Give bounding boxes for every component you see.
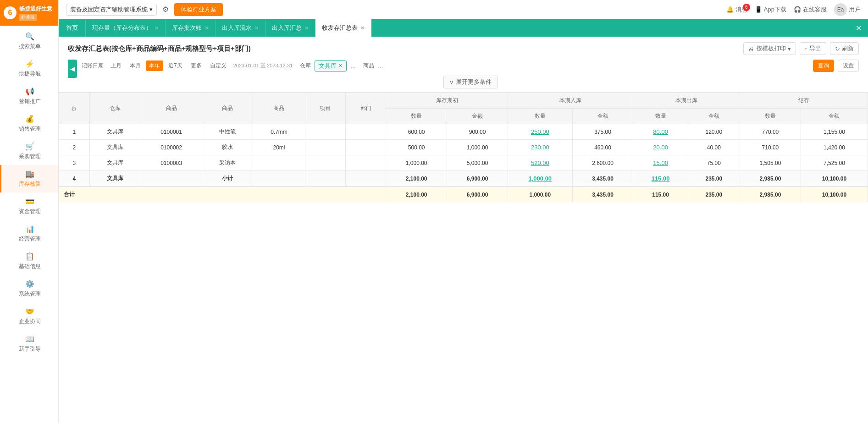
footer-out-qty: 115.00 bbox=[633, 187, 688, 202]
footer-label: 合计 bbox=[59, 187, 386, 202]
sidebar-item-quicknav[interactable]: ⚡ 快捷导航 bbox=[0, 55, 58, 82]
sidebar-item-guide[interactable]: 📖 新手引导 bbox=[0, 330, 58, 357]
export-icon: ↑ bbox=[805, 45, 808, 52]
export-button[interactable]: ↑ 导出 bbox=[800, 42, 827, 55]
row-out-qty[interactable]: 15.00 bbox=[633, 155, 688, 171]
settings-button[interactable]: 设置 bbox=[838, 60, 859, 72]
row-in-amount: 2,600.00 bbox=[572, 155, 633, 171]
row-out-amount: 40.00 bbox=[688, 140, 740, 155]
row-out-amount: 75.00 bbox=[688, 155, 740, 171]
row-closing-qty: 710.00 bbox=[740, 140, 801, 155]
card-icon: 💳 bbox=[25, 197, 34, 206]
page-header: 收发存汇总表(按仓库+商品编码+商品+规格型号+项目+部门) 🖨 按模板打印 ▾… bbox=[59, 37, 868, 93]
sidebar-item-basic[interactable]: 📋 基础信息 bbox=[0, 247, 58, 275]
tab-close-icon[interactable]: ✕ bbox=[360, 25, 365, 31]
logo-icon: 6 bbox=[4, 6, 17, 19]
tab-collect-summary[interactable]: 收发存汇总表 ✕ bbox=[315, 19, 371, 37]
sidebar-item-enterprise[interactable]: 🤝 企业协同 bbox=[0, 302, 58, 330]
tab-flow[interactable]: 出入库流水 ✕ bbox=[216, 19, 265, 37]
cart-icon: 🛒 bbox=[25, 142, 34, 151]
user-profile-button[interactable]: Ea 用户 bbox=[834, 3, 861, 16]
tab-inventory-dist[interactable]: 现存量（库存分布表） ✕ bbox=[86, 19, 166, 37]
date-btn-last-month[interactable]: 上月 bbox=[107, 60, 125, 71]
print-button[interactable]: 🖨 按模板打印 ▾ bbox=[743, 42, 796, 55]
system-select[interactable]: 装备及固定资产辅助管理系统 ▾ bbox=[66, 4, 157, 16]
row-goods-spec: 0.7mm bbox=[253, 124, 305, 140]
tab-summary-out[interactable]: 出入库汇总 ✕ bbox=[265, 19, 315, 37]
row-closing-qty: 770.00 bbox=[740, 124, 801, 140]
sidebar-item-finance[interactable]: 💳 资金管理 bbox=[0, 192, 58, 220]
tab-close-icon[interactable]: ✕ bbox=[205, 25, 209, 31]
close-all-tabs-button[interactable]: ✕ bbox=[849, 19, 868, 37]
date-btn-more[interactable]: 更多 bbox=[188, 60, 205, 71]
row-goods-name: 采访本 bbox=[202, 155, 253, 171]
refresh-button[interactable]: ↻ 刷新 bbox=[830, 42, 859, 55]
col-in-amount: 金额 bbox=[572, 109, 633, 124]
warehouse-label: 仓库 bbox=[300, 62, 311, 70]
sidebar-nav: 🔍 搜索菜单 ⚡ 快捷导航 📢 营销推广 💰 销售管理 🛒 采购管理 🏬 库存核… bbox=[0, 26, 58, 423]
row-opening-amount: 900.00 bbox=[447, 124, 508, 140]
col-goods-spec: 商品 bbox=[253, 93, 305, 124]
megaphone-icon: 📢 bbox=[25, 87, 34, 96]
sidebar-item-sales[interactable]: 💰 销售管理 bbox=[0, 110, 58, 137]
row-department bbox=[345, 155, 386, 171]
phone-icon: 📱 bbox=[755, 6, 762, 13]
row-closing-amount: 1,155.00 bbox=[801, 124, 868, 140]
handshake-icon: 🤝 bbox=[25, 307, 34, 316]
online-service-button[interactable]: 🎧 在线客服 bbox=[794, 5, 827, 14]
query-button[interactable]: 查询 bbox=[813, 60, 834, 72]
date-btn-custom[interactable]: 自定义 bbox=[207, 60, 230, 71]
row-project bbox=[305, 124, 345, 140]
date-btn-this-year[interactable]: 本年 bbox=[146, 60, 163, 71]
tab-home[interactable]: 首页 bbox=[59, 19, 86, 37]
footer-closing-qty: 2,985.00 bbox=[740, 187, 801, 202]
date-btn-7days[interactable]: 近7天 bbox=[165, 60, 186, 71]
sidebar-item-inventory[interactable]: 🏬 库存核算 bbox=[0, 165, 58, 192]
clipboard-icon: 📋 bbox=[25, 252, 34, 261]
col-opening-qty: 数量 bbox=[386, 109, 447, 124]
row-in-qty[interactable]: 1,000.00 bbox=[508, 171, 573, 187]
sidebar-item-purchase[interactable]: 🛒 采购管理 bbox=[0, 137, 58, 165]
date-btn-this-month[interactable]: 本月 bbox=[127, 60, 144, 71]
page-actions: 🖨 按模板打印 ▾ ↑ 导出 ↻ 刷新 bbox=[743, 42, 859, 55]
sidebar-item-system[interactable]: ⚙️ 系统管理 bbox=[0, 275, 58, 302]
data-table: ⚙ 仓库 商品 商品 商品 项目 部门 库存期初 本期入库 本期出库 结存 bbox=[59, 93, 868, 202]
sidebar: 6 畅捷通好生意 标准版 🔍 搜索菜单 ⚡ 快捷导航 📢 营销推广 💰 销售管理… bbox=[0, 0, 59, 423]
tab-close-icon[interactable]: ✕ bbox=[304, 25, 309, 31]
sidebar-item-operations[interactable]: 📊 经营管理 bbox=[0, 220, 58, 247]
tab-close-icon[interactable]: ✕ bbox=[155, 25, 159, 31]
warehouse-more-button[interactable]: ... bbox=[350, 62, 356, 70]
settings-gear-icon[interactable]: ⚙ bbox=[162, 5, 169, 14]
table-row: 4文具库小计2,100.006,900.001,000.003,435.0011… bbox=[59, 171, 868, 187]
row-in-qty[interactable]: 230.00 bbox=[508, 140, 573, 155]
goods-input-button[interactable]: ... bbox=[378, 62, 383, 70]
app-download-button[interactable]: 📱 App下载 bbox=[755, 5, 786, 14]
chart-icon: 📊 bbox=[25, 225, 34, 233]
row-out-qty[interactable]: 20.00 bbox=[633, 140, 688, 155]
row-out-qty[interactable]: 115.00 bbox=[633, 171, 688, 187]
money-icon: 💰 bbox=[25, 115, 34, 123]
col-goods-name: 商品 bbox=[202, 93, 253, 124]
page-title: 收发存汇总表(按仓库+商品编码+商品+规格型号+项目+部门) bbox=[68, 44, 251, 53]
footer-in-qty: 1,000.00 bbox=[508, 187, 573, 202]
row-in-qty[interactable]: 250.00 bbox=[508, 124, 573, 140]
warehouse-filter-group: 仓库 文具库 ✕ ... bbox=[300, 60, 356, 71]
tab-batch[interactable]: 库存批次账 ✕ bbox=[166, 19, 216, 37]
footer-out-amount: 235.00 bbox=[688, 187, 740, 202]
filter-container: ◀ 记账日期 上月 本月 本年 近7天 更多 自定义 bbox=[68, 60, 859, 92]
experience-button[interactable]: 体验行业方案 bbox=[174, 3, 223, 16]
sidebar-item-marketing[interactable]: 📢 营销推广 bbox=[0, 82, 58, 110]
expand-conditions-button[interactable]: ∨ 展开更多条件 bbox=[443, 76, 498, 88]
col-closing-qty: 数量 bbox=[740, 109, 801, 124]
row-out-qty[interactable]: 80.00 bbox=[633, 124, 688, 140]
row-in-qty[interactable]: 520.00 bbox=[508, 155, 573, 171]
table-settings-icon[interactable]: ⚙ bbox=[71, 105, 77, 112]
tab-close-icon[interactable]: ✕ bbox=[254, 25, 259, 31]
tag-close-icon[interactable]: ✕ bbox=[338, 63, 343, 69]
row-num: 4 bbox=[59, 171, 90, 187]
collapse-button[interactable]: ◀ bbox=[68, 60, 77, 78]
sidebar-item-search[interactable]: 🔍 搜索菜单 bbox=[0, 27, 58, 55]
query-actions: 查询 设置 bbox=[813, 60, 859, 72]
notification-button[interactable]: 🔔 6 消息 bbox=[726, 5, 747, 14]
warehouse-tag[interactable]: 文具库 ✕ bbox=[315, 60, 347, 71]
